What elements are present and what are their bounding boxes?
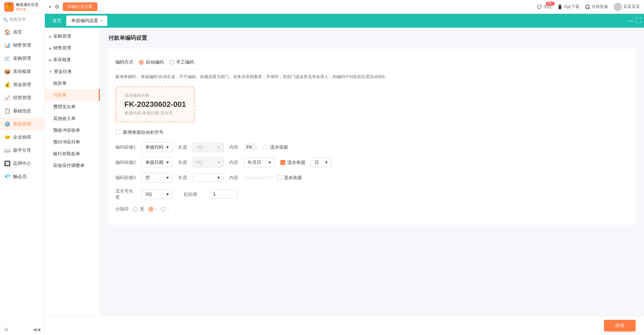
sub-item-adjust[interactable]: 应收应付调整单 [45,160,100,171]
sidebar-item-home[interactable]: 🏠 首页 [0,26,45,39]
separator-dot2-radio[interactable]: · [161,206,169,212]
arrow-right-icon: ▶ [49,35,52,38]
sub-item-payment[interactable]: 付款单 [45,89,100,101]
service-item[interactable]: 🎧 在线客服 [585,4,608,10]
tab-minimize-btn[interactable]: — [627,18,633,24]
sidebar-item-system[interactable]: ⚙️ 系统管理 [0,118,45,131]
sidebar-item-purchase[interactable]: 🛒 采购管理 [0,52,45,65]
start-value-input[interactable]: 1 [210,190,238,198]
sub-item-bank[interactable]: 银行存取款单 [45,148,100,160]
content-area: ▶ 采购管理 ▶ 销售管理 ▶ 库存核算 [45,28,644,316]
separator-none-circle [133,207,138,212]
system-icon: ⚙️ [4,121,10,127]
sidebar-item-inventory[interactable]: 📦 库存核算 [0,65,45,78]
stream2-unit-arrow-icon: ▾ [325,160,328,165]
sub-item-other-income[interactable]: 其他收入单 [45,113,100,124]
trial-btn[interactable]: 体验行业方案 [63,2,97,11]
sub-item-receipt[interactable]: 收款单 [45,77,100,89]
search-menu[interactable]: 🔍 搜索菜单 [0,14,45,26]
sidebar-item-appcenter[interactable]: 🔲 应用中心 [0,157,45,170]
sub-group-purchase: ▶ 采购管理 [45,30,100,42]
save-button[interactable]: 保存 [604,320,636,332]
collapse-icon[interactable]: ◀◀ [33,327,40,332]
sidebar-item-finance[interactable]: 💰 资金管理 [0,78,45,91]
content1-label: 内容 [229,144,238,150]
app-icon: 📱 [557,4,563,9]
content3-value [244,176,271,179]
sub-item-prepay-pay[interactable]: 预付冲应付单 [45,136,100,148]
coding-mode-radio-group: 自动编码 手工编码 [139,59,194,65]
bottom-bar: 保存 [45,316,644,335]
operation-icon: 📈 [4,95,10,101]
serial-row: 流水号长度 3位 ▾ 起始值 1 [115,188,629,201]
prefix2-select[interactable]: 单据日期 ▾ [142,158,173,167]
message-item[interactable]: 💬 消息 99+ [537,4,552,10]
sidebar-item-sales[interactable]: 📊 销售管理 [0,39,45,52]
prefix1-select[interactable]: 单据代码 ▾ [142,142,173,152]
sub-group-purchase-title[interactable]: ▶ 采购管理 [45,30,100,42]
settings-bottom-icon[interactable]: ⚙ [4,327,9,332]
message-badge: 99+ [546,2,555,6]
coding-mode-label: 编码方式 [115,59,133,65]
sub-item-expense[interactable]: 费用支出单 [45,101,100,113]
sub-sidebar: ▶ 采购管理 ▶ 销售管理 ▶ 库存核算 [45,28,100,316]
sidebar-item-enterprise[interactable]: 🤝 企业协同 [0,131,45,144]
sidebar-item-guide[interactable]: 📖 新手引导 [0,144,45,157]
length2-select[interactable]: 8位 ▾ [193,158,224,167]
tab-close-btn[interactable]: × [100,18,103,23]
separator-label: 分隔符 [115,206,129,212]
sidebar-bottom: ⚙ ◀◀ [0,324,45,335]
serial-length-label: 流水号长度 [115,188,136,201]
sub-group-capital-title[interactable]: ▼ 资金往来 [45,66,100,77]
manual-code-radio[interactable]: 手工编码 [169,59,194,65]
tab-home[interactable]: 首页 [48,16,66,26]
separator-none-radio[interactable]: 无 [133,206,144,212]
dropdown-toggle[interactable]: ▾ [49,4,51,9]
top-bar-center: ▾ ⚙ 体验行业方案 [49,2,534,11]
stream2-checkbox[interactable] [280,160,285,165]
content2-select[interactable]: 年月日 ▾ [244,158,275,167]
main-content: 付款单编码设置 编码方式 自动编码 手工编码 [100,28,644,316]
separator-dot2-circle [161,207,166,212]
sub-group-inventory: ▶ 库存核算 [45,54,100,66]
stream2-check[interactable]: 流水依据 [280,159,305,166]
sub-group-inventory-title[interactable]: ▶ 库存核算 [45,54,100,66]
tab-bar-actions: — ⛶ [627,18,641,24]
settings-icon[interactable]: ⚙ [55,3,59,10]
preview-label: 当前编码示例： [124,93,186,99]
sidebar-item-vip[interactable]: 💎 畅会员 [0,170,45,183]
sales-icon: 📊 [4,42,10,48]
avatar [614,3,622,11]
preview-box: 当前编码示例： FK-20230602-001 单据代码-单据日期-流水号 [115,86,195,122]
top-bar-right: 💬 消息 99+ 📱 App下载 🎧 在线客服 某某某某 [537,3,640,11]
sidebar-item-operation[interactable]: 📈 经营管理 [0,91,45,104]
config-row-2: 编码前缀2 单据日期 ▾ 长度 8位 ▾ 内容 年月日 [115,158,629,167]
auto-fill-checkbox[interactable] [115,130,120,135]
stream3-check[interactable]: 流水依据 [277,175,302,181]
sub-group-sales: ▶ 销售管理 [45,42,100,54]
length1-select[interactable]: 2位 ▾ [193,142,224,152]
serial-length-select[interactable]: 3位 ▾ [142,189,173,199]
app-download-item[interactable]: 📱 App下载 [557,4,579,10]
separator-dot1-radio[interactable]: · [148,206,157,212]
stream2-unit-select[interactable]: 日 ▾ [311,158,331,167]
prefix3-label: 编码前缀3 [115,175,136,181]
prefix3-select[interactable]: 空 ▾ [142,173,173,183]
user-item[interactable]: 某某某某 [614,3,640,11]
tab-maximize-btn[interactable]: ⛶ [636,18,641,24]
search-icon: 🔍 [3,17,8,22]
stream3-checkbox[interactable] [277,175,282,180]
sidebar-item-basicinfo[interactable]: 📋 基础信息 [0,104,45,118]
content3-label: 内容 [229,175,238,181]
stream1-checkbox[interactable] [263,145,268,150]
stream1-check[interactable]: 流水依据 [263,144,288,150]
length3-select[interactable]: ▾ [193,173,224,182]
info-text: 新增单据时，'单据编码'自动生成，不可编辑。前缀设置为部门、业务员等档案类，开单… [115,73,629,81]
sub-item-prepay-receive[interactable]: 预收冲应收单 [45,124,100,136]
sub-group-sales-title[interactable]: ▶ 销售管理 [45,42,100,54]
service-icon: 🎧 [585,4,590,9]
auto-code-radio[interactable]: 自动编码 [139,59,164,65]
tab-current[interactable]: 单据编码设置 × [66,16,107,26]
length3-arrow-icon: ▾ [218,175,220,180]
arrow-down-icon: ▼ [49,70,52,74]
